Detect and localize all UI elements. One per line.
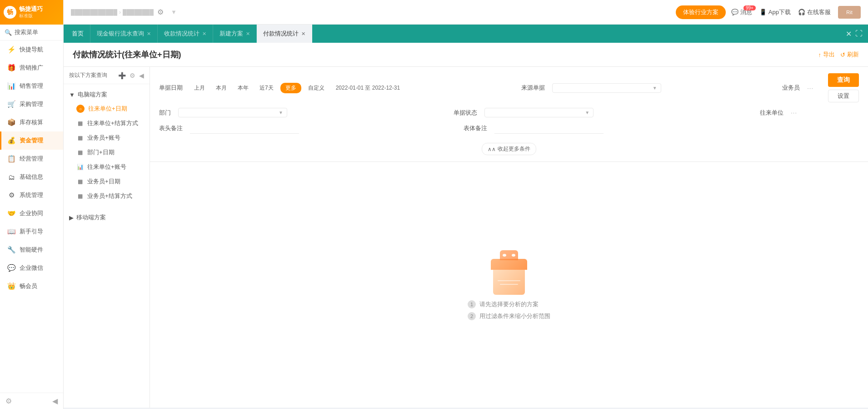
filter-settings-btn[interactable]: 设置 bbox=[828, 90, 859, 102]
export-btn[interactable]: ↑ 导出 bbox=[818, 50, 835, 59]
header-note-label: 表头备注 bbox=[159, 124, 183, 132]
empty-hints: 1 请先选择要分析的方案 2 用过滤条件来缩小分析范围 bbox=[468, 300, 550, 320]
refresh-btn[interactable]: ↺ 刷新 bbox=[840, 50, 859, 59]
dept-select[interactable]: ▼ bbox=[178, 108, 287, 117]
page-title: 付款情况统计(往来单位+日期) bbox=[73, 49, 181, 60]
scheme-item-partner-date[interactable]: ○ 往来单位+日期 bbox=[64, 101, 150, 116]
date-btn-last-month[interactable]: 上月 bbox=[190, 83, 209, 93]
sidebar-item-member[interactable]: 👑 畅会员 bbox=[0, 277, 63, 295]
header-note-input[interactable] bbox=[190, 123, 299, 134]
tab-payment-stats[interactable]: 付款情况统计 ✕ bbox=[257, 25, 312, 43]
date-btn-more[interactable]: 更多 bbox=[280, 83, 301, 93]
sidebar-item-marketing[interactable]: 🎁 营销推广 bbox=[0, 59, 63, 77]
scheme-collapse-icon[interactable]: ◀ bbox=[139, 72, 144, 79]
add-scheme-icon[interactable]: ➕ bbox=[118, 72, 126, 79]
sidebar-item-quick-nav[interactable]: ⚡ 快捷导航 bbox=[0, 40, 63, 59]
mobile-scheme-header[interactable]: ▶ 移动端方案 bbox=[64, 211, 150, 224]
sidebar-item-purchase[interactable]: 🛒 采购管理 bbox=[0, 95, 63, 113]
partner-dots[interactable]: ··· bbox=[791, 109, 797, 116]
topbar-settings-icon[interactable]: ⚙ bbox=[157, 8, 164, 16]
tab-home[interactable]: 首页 bbox=[65, 25, 90, 43]
sidebar-item-wechat[interactable]: 💬 企业微信 bbox=[0, 259, 63, 277]
footer-settings-icon[interactable]: ⚙ bbox=[5, 397, 12, 405]
desktop-scheme-header[interactable]: ▼ 电脑端方案 bbox=[64, 88, 150, 101]
sales-icon: 📊 bbox=[7, 81, 16, 91]
sidebar-item-capital[interactable]: 💰 资金管理 bbox=[0, 131, 63, 150]
filter-row-1: 单据日期 上月 本月 本年 近7天 更多 自定义 2022-01-01 至 20… bbox=[159, 73, 859, 102]
date-btn-this-year[interactable]: 本年 bbox=[234, 83, 253, 93]
tab-close-bank-flow[interactable]: ✕ bbox=[147, 31, 151, 37]
breadcrumb: ████████████ › ████████ bbox=[71, 9, 154, 15]
tab-close-receipt-stats[interactable]: ✕ bbox=[202, 31, 206, 37]
tab-new-scheme[interactable]: 新建方案 ✕ bbox=[213, 25, 257, 43]
dept-label: 部门 bbox=[159, 109, 171, 117]
source-voucher-label: 来源单据 bbox=[521, 84, 545, 92]
left-panel: 按以下方案查询 ➕ ⚙ ◀ ▼ 电脑端方案 bbox=[64, 67, 150, 408]
desktop-scheme-group: ▼ 电脑端方案 ○ 往来单位+日期 ▦ 往来单位+结算方式 bbox=[64, 84, 150, 207]
topbar: ████████████ › ████████ ⚙ ▼ 体验行业方案 💬 消息 … bbox=[64, 0, 868, 25]
sidebar-item-system[interactable]: ⚙ 系统管理 bbox=[0, 186, 63, 204]
logo-icon: 畅 bbox=[4, 6, 16, 19]
active-dot: ○ bbox=[76, 105, 85, 113]
body-note-label: 表体备注 bbox=[464, 124, 487, 132]
basic-info-icon: 🗂 bbox=[7, 172, 16, 182]
left-panel-icons: ➕ ⚙ ◀ bbox=[118, 72, 144, 79]
sidebar-item-inventory[interactable]: 📦 库存核算 bbox=[0, 113, 63, 131]
sidebar-item-basic-info[interactable]: 🗂 基础信息 bbox=[0, 168, 63, 186]
member-icon: 👑 bbox=[7, 282, 16, 291]
footer-collapse-icon[interactable]: ◀ bbox=[52, 397, 58, 405]
system-icon: ⚙ bbox=[7, 191, 16, 200]
sidebar-item-hardware[interactable]: 🔧 智能硬件 bbox=[0, 241, 63, 259]
topbar-left: ████████████ › ████████ ⚙ ▼ bbox=[71, 8, 670, 16]
date-buttons: 上月 本月 本年 近7天 更多 自定义 bbox=[190, 83, 329, 93]
body-note-input[interactable] bbox=[494, 123, 604, 134]
tab-expand-icon[interactable]: ⛶ bbox=[855, 30, 863, 38]
sidebar-item-guide[interactable]: 📖 新手引导 bbox=[0, 222, 63, 241]
filter-row-3: 表头备注 表体备注 bbox=[159, 123, 859, 134]
search-icon: 🔍 bbox=[5, 29, 12, 36]
message-action[interactable]: 💬 消息 99+ bbox=[731, 8, 752, 16]
scheme-icon: ▦ bbox=[76, 178, 84, 185]
collapse-conditions-btn[interactable]: ∧∧ 收起更多条件 bbox=[482, 143, 536, 155]
empty-illustration bbox=[482, 249, 536, 295]
source-voucher-select[interactable]: ▼ bbox=[552, 83, 661, 93]
source-voucher-arrow: ▼ bbox=[653, 86, 657, 91]
date-btn-this-month[interactable]: 本月 bbox=[212, 83, 231, 93]
avatar[interactable]: Rit bbox=[838, 6, 861, 19]
staff-dots[interactable]: ··· bbox=[807, 85, 813, 91]
scheme-item-dept-date[interactable]: ▦ 部门+日期 bbox=[64, 145, 150, 160]
scheme-item-staff-date[interactable]: ▦ 业务员+日期 bbox=[64, 174, 150, 189]
sidebar: 畅 畅捷通巧 标准版 🔍 搜索菜单 ⚡ 快捷导航 🎁 营销推广 📊 销售 bbox=[0, 0, 64, 409]
scheme-icon: ▦ bbox=[76, 134, 84, 141]
tab-close-payment-stats[interactable]: ✕ bbox=[301, 31, 305, 37]
filter-area: 单据日期 上月 本月 本年 近7天 更多 自定义 2022-01-01 至 20… bbox=[150, 67, 868, 162]
guide-icon: 📖 bbox=[7, 227, 16, 236]
date-btn-custom[interactable]: 自定义 bbox=[304, 83, 329, 93]
scheme-settings-icon[interactable]: ⚙ bbox=[130, 72, 135, 79]
voucher-status-select[interactable]: ▼ bbox=[484, 108, 594, 117]
scheme-item-partner-settlement[interactable]: ▦ 往来单位+结算方式 bbox=[64, 116, 150, 131]
scheme-item-staff-settlement[interactable]: ▦ 业务员+结算方式 bbox=[64, 189, 150, 203]
date-btn-last-7days[interactable]: 近7天 bbox=[255, 83, 278, 93]
tabbar-right: ✕ ⛶ bbox=[842, 25, 866, 43]
query-btn[interactable]: 查询 bbox=[828, 73, 859, 87]
tab-close-all-icon[interactable]: ✕ bbox=[846, 30, 852, 38]
scheme-item-partner-account[interactable]: 📊 往来单位+账号 bbox=[64, 160, 150, 174]
tab-receipt-stats[interactable]: 收款情况统计 ✕ bbox=[158, 25, 213, 43]
left-panel-header: 按以下方案查询 ➕ ⚙ ◀ bbox=[64, 67, 150, 84]
trial-btn[interactable]: 体验行业方案 bbox=[676, 5, 726, 19]
marketing-icon: 🎁 bbox=[7, 63, 16, 72]
search-menu[interactable]: 🔍 搜索菜单 bbox=[0, 25, 63, 40]
voucher-status-label: 单据状态 bbox=[454, 109, 477, 117]
sidebar-item-sales[interactable]: 📊 销售管理 bbox=[0, 77, 63, 95]
scheme-item-staff-account[interactable]: ▦ 业务员+账号 bbox=[64, 131, 150, 145]
sidebar-item-operations[interactable]: 📋 经营管理 bbox=[0, 150, 63, 168]
tab-bank-flow[interactable]: 现金银行流水查询 ✕ bbox=[90, 25, 158, 43]
chevron-up-icon: ∧∧ bbox=[488, 146, 496, 152]
app-download-action[interactable]: 📱 App下载 bbox=[759, 8, 791, 16]
chevron-right-icon: ▶ bbox=[69, 214, 74, 221]
online-service-action[interactable]: 🎧 在线客服 bbox=[798, 8, 831, 16]
page-header: 付款情况统计(往来单位+日期) ↑ 导出 ↺ 刷新 bbox=[64, 43, 868, 67]
tab-close-new-scheme[interactable]: ✕ bbox=[246, 31, 250, 37]
sidebar-item-enterprise[interactable]: 🤝 企业协同 bbox=[0, 204, 63, 222]
